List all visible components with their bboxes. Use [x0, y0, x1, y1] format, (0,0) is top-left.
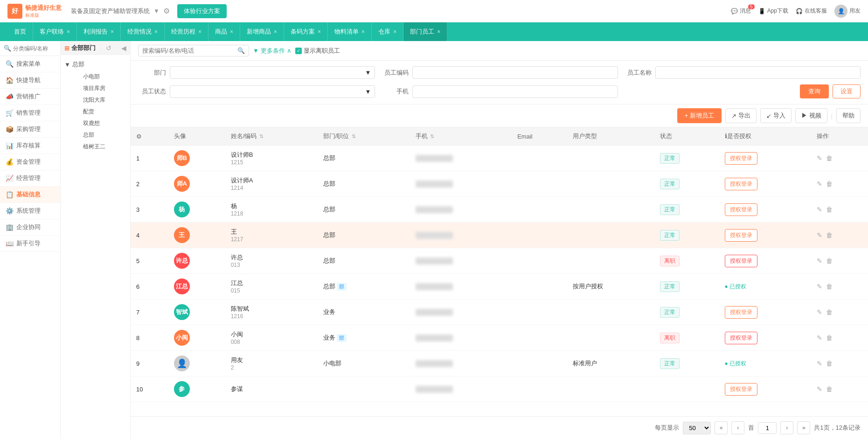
delete-icon[interactable]: 🗑	[826, 257, 833, 265]
dept-item-双鹿想[interactable]: 双鹿想	[72, 118, 130, 129]
nav-tab-profit_report[interactable]: 利润报告×	[77, 22, 121, 41]
close-tab-goods-icon[interactable]: ×	[230, 28, 233, 35]
edit-icon[interactable]: ✎	[817, 334, 822, 341]
delete-icon[interactable]: 🗑	[826, 308, 833, 316]
sort-dept-icon[interactable]: ⇅	[352, 133, 356, 139]
dept-filter-select[interactable]: ▼	[170, 66, 375, 79]
close-tab-profit_report-icon[interactable]: ×	[111, 28, 114, 35]
sidebar-item-finance[interactable]: 💰资金管理	[0, 154, 60, 170]
edit-icon[interactable]: ✎	[817, 283, 822, 290]
sort-mobile-icon[interactable]: ⇅	[430, 133, 434, 139]
edit-icon[interactable]: ✎	[817, 206, 822, 213]
delete-icon[interactable]: 🗑	[826, 360, 833, 367]
nav-tab-material[interactable]: 物料清单×	[328, 22, 372, 41]
nav-tab-customer[interactable]: 客户联络×	[33, 22, 77, 41]
edit-icon[interactable]: ✎	[817, 360, 822, 367]
delete-icon[interactable]: 🗑	[826, 154, 833, 162]
dept-item-总部[interactable]: 总部	[72, 129, 130, 141]
authorize-button[interactable]: 授权登录	[725, 178, 757, 190]
dept-tree-item-headquarters[interactable]: ▼ 总部	[61, 58, 130, 71]
close-tab-barcode-icon[interactable]: ×	[318, 28, 321, 35]
authorize-button[interactable]: 授权登录	[725, 332, 757, 344]
delete-icon[interactable]: 🗑	[826, 334, 833, 341]
page-number-input[interactable]	[758, 422, 777, 434]
next-page-btn[interactable]: ›	[780, 421, 793, 434]
user-btn[interactable]: 👤 用友	[834, 5, 861, 18]
mobile-input[interactable]	[412, 85, 618, 98]
more-conditions-btn[interactable]: ▼ 更多条件 ∧	[253, 47, 292, 55]
dept-item-项目库房[interactable]: 项目库房	[72, 83, 130, 94]
emp-code-input[interactable]	[412, 66, 618, 79]
view-button[interactable]: ▶ 视频	[795, 108, 827, 123]
prev-page-btn[interactable]: ‹	[731, 421, 744, 434]
try-btn[interactable]: 体验行业方案	[177, 4, 227, 18]
delete-icon[interactable]: 🗑	[826, 231, 833, 239]
per-page-select[interactable]: 50 100	[683, 422, 711, 434]
emp-name-input[interactable]	[655, 66, 861, 79]
search-icon[interactable]: 🔍	[237, 47, 245, 54]
close-tab-econ_history-icon[interactable]: ×	[198, 28, 201, 35]
sort-name-icon[interactable]: ⇅	[259, 133, 264, 139]
edit-icon[interactable]: ✎	[817, 385, 822, 393]
nav-tab-econ_history[interactable]: 经营历程×	[165, 22, 208, 41]
th-settings[interactable]: ⚙	[131, 127, 168, 146]
nav-tab-new_goods[interactable]: 新增商品×	[240, 22, 284, 41]
nav-tab-warehouse[interactable]: 仓库×	[372, 22, 403, 41]
authorize-button[interactable]: 授权登录	[725, 306, 757, 319]
delete-icon[interactable]: 🗑	[826, 283, 833, 290]
nav-tab-dept_staff[interactable]: 部门员工×	[403, 22, 447, 41]
set-button[interactable]: 设置	[833, 84, 861, 98]
edit-icon[interactable]: ✎	[817, 231, 822, 239]
edit-icon[interactable]: ✎	[817, 154, 822, 162]
sidebar-search[interactable]: 🔍	[0, 41, 60, 56]
export-button[interactable]: ↗ 导出	[725, 108, 757, 123]
nav-tab-home[interactable]: 首页	[7, 22, 33, 41]
settings-icon[interactable]: ⚙	[163, 7, 170, 15]
delete-icon[interactable]: 🗑	[826, 180, 833, 188]
delete-icon[interactable]: 🗑	[826, 385, 833, 393]
query-button[interactable]: 查询	[800, 84, 829, 98]
col-settings-icon[interactable]: ⚙	[136, 133, 142, 140]
sidebar-item-system[interactable]: ⚙️系统管理	[0, 203, 60, 219]
help-button[interactable]: 帮助	[836, 108, 861, 123]
close-tab-dept_staff-icon[interactable]: ×	[437, 28, 440, 35]
nav-tab-barcode[interactable]: 条码方案×	[284, 22, 328, 41]
nav-tab-goods[interactable]: 商品×	[208, 22, 240, 41]
authorize-button[interactable]: 授权登录	[725, 383, 757, 396]
close-tab-warehouse-icon[interactable]: ×	[393, 28, 396, 35]
close-tab-econ_status-icon[interactable]: ×	[154, 28, 158, 35]
refresh-icon[interactable]: ↺	[106, 44, 111, 52]
search-input[interactable]	[142, 47, 236, 54]
close-tab-customer-icon[interactable]: ×	[67, 28, 70, 35]
emp-status-select[interactable]: ▼	[170, 85, 375, 98]
delete-icon[interactable]: 🗑	[826, 206, 833, 213]
sidebar-item-inventory[interactable]: 📊库存核算	[0, 138, 60, 154]
last-page-btn[interactable]: »	[797, 421, 810, 434]
authorize-button[interactable]: 授权登录	[725, 203, 757, 216]
sidebar-item-search[interactable]: 🔍搜索菜单	[0, 56, 60, 72]
dept-item-沈阳大库[interactable]: 沈阳大库	[72, 94, 130, 106]
sidebar-item-guide[interactable]: 📖新手引导	[0, 236, 60, 252]
sidebar-item-shortcut[interactable]: 🏠快捷导航	[0, 72, 60, 89]
sidebar-item-sales[interactable]: 🛒销售管理	[0, 105, 60, 121]
app-download-btn[interactable]: 📱 App下载	[758, 7, 788, 15]
collapse-icon[interactable]: ◀	[121, 44, 126, 52]
sidebar-search-input[interactable]	[13, 45, 56, 52]
edit-icon[interactable]: ✎	[817, 308, 822, 316]
close-tab-new_goods-icon[interactable]: ×	[274, 28, 277, 35]
message-btn[interactable]: 💬 消息 5	[731, 7, 751, 15]
sidebar-item-basic_info[interactable]: 📋基础信息	[0, 187, 60, 203]
sidebar-item-marketing[interactable]: 📣营销推广	[0, 89, 60, 105]
edit-icon[interactable]: ✎	[817, 180, 822, 188]
authorize-button[interactable]: 授权登录	[725, 229, 757, 242]
first-page-btn[interactable]: «	[715, 421, 728, 434]
dept-item-配货[interactable]: 配货	[72, 106, 130, 118]
authorize-button[interactable]: 授权登录	[725, 255, 757, 267]
online-service-btn[interactable]: 🎧 在线客服	[796, 7, 827, 15]
edit-icon[interactable]: ✎	[817, 257, 822, 265]
nav-tab-econ_status[interactable]: 经营情况×	[121, 22, 165, 41]
import-button[interactable]: ↙ 导入	[760, 108, 792, 123]
chevron-down-icon[interactable]: ▼	[153, 7, 160, 14]
authorize-button[interactable]: 授权登录	[725, 152, 757, 165]
dept-item-小电部[interactable]: 小电部	[72, 71, 130, 83]
